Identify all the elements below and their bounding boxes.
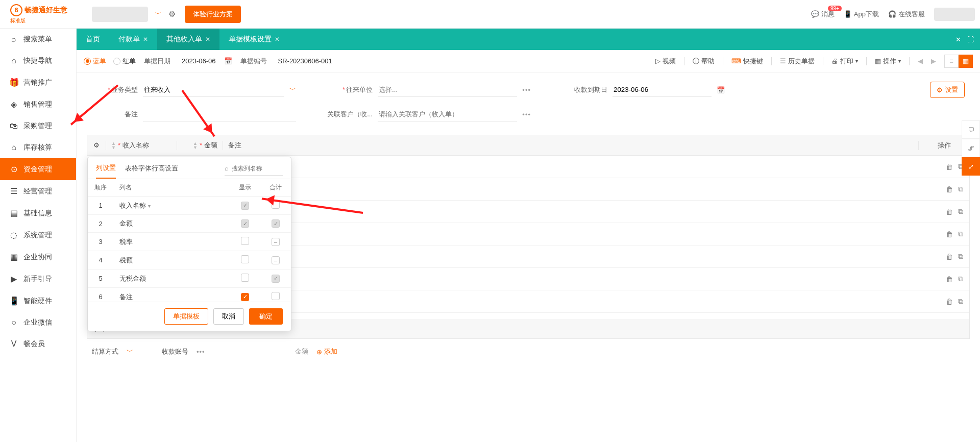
- sidebar-item[interactable]: 🛍采购管理: [0, 115, 76, 137]
- duedate-input[interactable]: [612, 83, 712, 97]
- col-income-name[interactable]: ▲▼ *收入名称: [106, 141, 177, 150]
- copy-icon[interactable]: ⧉: [958, 185, 963, 193]
- copy-icon[interactable]: ⧉: [958, 207, 963, 216]
- settings-button[interactable]: ⚙ 设置: [930, 82, 965, 98]
- popup-cancel-button[interactable]: 取消: [213, 308, 244, 325]
- checkbox-icon[interactable]: [241, 255, 249, 263]
- org-dropdown-icon[interactable]: ﹀: [155, 10, 161, 18]
- industry-plan-button[interactable]: 体验行业方案: [185, 6, 241, 23]
- delete-icon[interactable]: 🗑: [946, 275, 953, 283]
- popup-search-input[interactable]: [232, 165, 283, 172]
- more-icon[interactable]: •••: [522, 86, 531, 94]
- checkbox-icon[interactable]: [241, 274, 249, 282]
- chevron-down-icon[interactable]: ▾: [148, 203, 151, 209]
- chevron-down-icon[interactable]: ﹀: [127, 347, 133, 356]
- copy-icon[interactable]: ⧉: [958, 275, 963, 283]
- gear-icon[interactable]: ⚙: [168, 9, 176, 19]
- app-download-button[interactable]: 📱 App下载: [844, 10, 879, 19]
- popup-confirm-button[interactable]: 确定: [249, 308, 283, 325]
- tab-close-all-icon[interactable]: ✕: [955, 36, 961, 43]
- chevron-down-icon[interactable]: ﹀: [289, 85, 296, 94]
- sidebar-item[interactable]: ⌂快捷导航: [0, 50, 76, 71]
- close-icon[interactable]: ✕: [205, 36, 210, 43]
- close-icon[interactable]: ✕: [275, 36, 280, 43]
- tab[interactable]: 付款单✕: [109, 29, 157, 50]
- row-name: 备注: [113, 288, 230, 302]
- user-avatar-masked[interactable]: [934, 8, 975, 21]
- online-service-button[interactable]: 🎧 在线客服: [888, 10, 925, 19]
- tab[interactable]: 单据模板设置✕: [219, 29, 289, 50]
- sidebar-item[interactable]: ○企业微信: [0, 312, 76, 333]
- sidebar-item[interactable]: ⌕搜索菜单: [0, 29, 76, 50]
- popup-tab-columns[interactable]: 列设置: [96, 163, 116, 179]
- delete-icon[interactable]: 🗑: [946, 230, 953, 238]
- close-icon[interactable]: ✕: [143, 36, 148, 43]
- copy-icon[interactable]: ⧉: [958, 230, 963, 238]
- relcust-input[interactable]: [378, 107, 517, 121]
- party-input[interactable]: [378, 83, 517, 97]
- sidebar-item[interactable]: ▶新手引导: [0, 268, 76, 290]
- next-icon[interactable]: ▶: [931, 57, 936, 65]
- popup-row[interactable]: 5 无税金额: [88, 269, 291, 288]
- biztype-input[interactable]: [143, 83, 284, 97]
- radio-red[interactable]: 红单: [113, 57, 136, 66]
- tab[interactable]: 首页: [77, 29, 109, 50]
- copy-icon[interactable]: ⧉: [958, 297, 963, 306]
- sidebar-item[interactable]: ▦企业协同: [0, 246, 76, 268]
- delete-icon[interactable]: 🗑: [946, 298, 953, 306]
- video-button[interactable]: ▷视频: [655, 57, 676, 66]
- more-icon[interactable]: •••: [197, 348, 205, 356]
- sidebar-item[interactable]: ☰经营管理: [0, 180, 76, 202]
- settle-add-button[interactable]: ⊕ 添加: [316, 347, 337, 356]
- checkbox-icon[interactable]: [241, 293, 249, 301]
- calendar-icon[interactable]: 📅: [224, 57, 232, 65]
- popup-row[interactable]: 2 金额: [88, 215, 291, 233]
- sidebar-item[interactable]: ⊙资金管理: [0, 158, 76, 180]
- float-attach-button[interactable]: 🖇: [962, 139, 980, 157]
- popup-row[interactable]: 4 税额: [88, 251, 291, 269]
- sidebar-item[interactable]: V畅会员: [0, 333, 76, 355]
- print-button[interactable]: 🖨打印▾: [831, 57, 858, 66]
- calendar-icon[interactable]: 📅: [717, 86, 725, 94]
- col-amount[interactable]: ▲▼ *金额: [177, 141, 223, 150]
- sidebar-item[interactable]: 📱智能硬件: [0, 290, 76, 312]
- column-settings-button[interactable]: ⚙: [87, 141, 106, 149]
- view-list-button[interactable]: ≡: [944, 55, 959, 68]
- sidebar-item[interactable]: 🎁营销推广: [0, 71, 76, 93]
- tab-fullscreen-icon[interactable]: ⛶: [967, 36, 974, 43]
- view-card-button[interactable]: ▦: [959, 55, 973, 68]
- org-selector-masked[interactable]: [92, 7, 148, 22]
- float-note-button[interactable]: 🗨: [962, 120, 980, 139]
- prev-icon[interactable]: ◀: [918, 57, 923, 65]
- sidebar-item[interactable]: ◌系统管理: [0, 224, 76, 246]
- checkbox-icon[interactable]: [241, 237, 249, 245]
- ops-button[interactable]: ▦操作▾: [875, 57, 901, 66]
- copy-icon[interactable]: ⧉: [958, 252, 963, 261]
- popup-row[interactable]: 6 备注: [88, 288, 291, 302]
- col-remark[interactable]: 备注: [223, 141, 918, 150]
- help-button[interactable]: ⓘ帮助: [693, 57, 715, 66]
- popup-row[interactable]: 3 税率: [88, 233, 291, 251]
- row-name: 税率: [113, 233, 230, 251]
- shortcut-button[interactable]: ⌨快捷键: [731, 57, 763, 66]
- delete-icon[interactable]: 🗑: [946, 208, 953, 216]
- doc-date-value[interactable]: 2023-06-06: [182, 57, 216, 65]
- checkbox-icon[interactable]: [272, 292, 280, 300]
- delete-icon[interactable]: 🗑: [946, 163, 953, 171]
- settle-account-label: 收款账号: [162, 347, 188, 356]
- delete-icon[interactable]: 🗑: [946, 185, 953, 193]
- popup-tab-font[interactable]: 表格字体行高设置: [125, 164, 178, 178]
- history-button[interactable]: ☰历史单据: [780, 57, 815, 66]
- popup-template-button[interactable]: 单据模板: [164, 308, 208, 325]
- messages-button[interactable]: 💬 消息 99+: [811, 10, 835, 19]
- delete-icon[interactable]: 🗑: [946, 253, 953, 261]
- sidebar-label: 采购管理: [23, 121, 52, 131]
- tab[interactable]: 其他收入单✕: [157, 29, 219, 50]
- sidebar-item[interactable]: ▤基础信息: [0, 202, 76, 224]
- radio-blue[interactable]: 蓝单: [84, 57, 106, 66]
- remark-input[interactable]: [143, 107, 296, 121]
- more-icon[interactable]: •••: [522, 111, 531, 118]
- float-expand-button[interactable]: ⤢: [962, 157, 980, 176]
- sidebar-item[interactable]: ◈销售管理: [0, 93, 76, 115]
- sidebar-item[interactable]: ⌂库存核算: [0, 137, 76, 158]
